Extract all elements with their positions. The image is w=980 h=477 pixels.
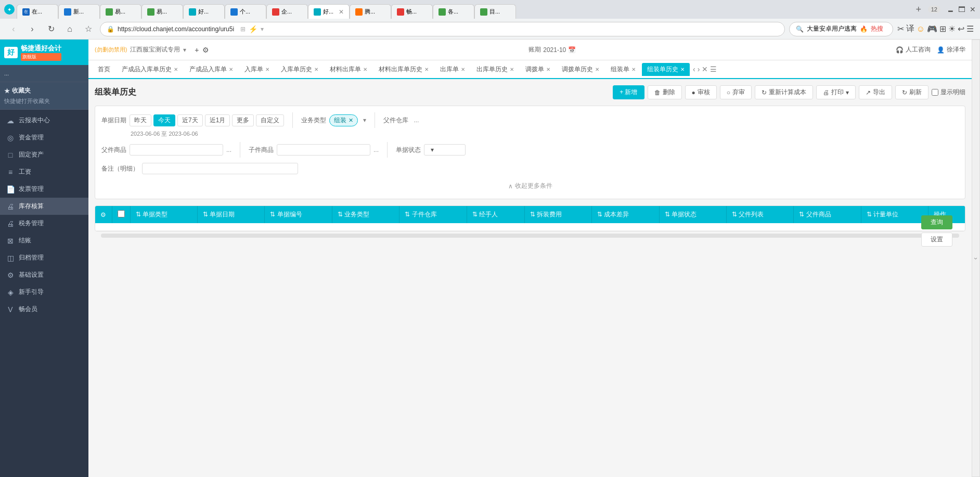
browser-tab-9[interactable]: 腾...	[350, 4, 391, 19]
nav-tab-7-close[interactable]: ✕	[461, 67, 465, 72]
table-col-bill-no[interactable]: ⇅ 单据编号	[265, 206, 332, 223]
table-col-parent-list[interactable]: ⇅ 父件列表	[726, 206, 793, 223]
reload-button[interactable]: ↻	[44, 22, 58, 36]
topbar-settings-icon[interactable]: ⚙	[202, 46, 209, 54]
address-bar[interactable]: 🔒 https://cloud.chanjet.com/accounting/u…	[100, 22, 785, 36]
tab-right-icon[interactable]: ›	[698, 65, 700, 73]
table-col-bill-date[interactable]: ⇅ 单据日期	[197, 206, 264, 223]
child-goods-more[interactable]: ...	[373, 146, 379, 153]
dropdown-icon[interactable]: ▾	[261, 25, 264, 33]
table-col-checkbox[interactable]	[112, 206, 130, 223]
table-col-unit[interactable]: ⇅ 计量单位	[861, 206, 928, 223]
nav-tab-4[interactable]: 入库单历史 ✕	[276, 63, 324, 76]
back-button[interactable]: ‹	[6, 22, 21, 36]
settings-filter-button[interactable]: 设置	[921, 233, 952, 247]
maximize-icon[interactable]: 🗖	[958, 5, 965, 14]
abandon-button[interactable]: ○ 弃审	[720, 85, 752, 99]
calendar-icon[interactable]: 📅	[568, 46, 576, 54]
nav-tab-2[interactable]: 产成品入库单 ✕	[184, 63, 238, 76]
sidebar-item-fixed-assets[interactable]: □ 固定资产	[0, 146, 88, 163]
filter-collapse-btn[interactable]: ∧ 收起更多条件	[504, 179, 557, 192]
theme-icon[interactable]: ☀	[948, 24, 956, 34]
scissors-icon[interactable]: ✂	[897, 24, 904, 34]
nav-tab-5[interactable]: 材料出库单 ✕	[325, 63, 372, 76]
right-collapse-panel[interactable]: ›	[972, 40, 980, 477]
delete-button[interactable]: 🗑 删除	[648, 85, 682, 99]
parent-goods-more[interactable]: ...	[226, 146, 231, 153]
refresh-button[interactable]: ↻ 刷新	[895, 85, 929, 99]
sidebar-item-inventory[interactable]: 🖨 库存核算	[0, 198, 88, 215]
tab-close-all-icon[interactable]: ✕	[702, 65, 708, 73]
export-button[interactable]: ↗ 导出	[859, 85, 892, 99]
sidebar-item-tax-mgmt[interactable]: 🖨 税务管理	[0, 215, 88, 232]
translate-icon[interactable]: 译	[906, 23, 914, 34]
filter-bill-status-select[interactable]: ▾	[424, 144, 466, 156]
nav-tab-9-close[interactable]: ✕	[546, 67, 550, 72]
browser-tab-3[interactable]: 易...	[100, 4, 141, 19]
browser-tab-11[interactable]: 各...	[433, 4, 474, 19]
display-toggle[interactable]: 显示明细	[932, 88, 965, 97]
browser-tab-10[interactable]: 畅...	[391, 4, 433, 19]
apps-icon[interactable]: ⊞	[939, 24, 946, 34]
table-col-settings[interactable]: ⚙	[95, 206, 112, 223]
nav-tab-8-close[interactable]: ✕	[510, 67, 514, 72]
nav-tab-6[interactable]: 材料出库单历史 ✕	[373, 63, 434, 76]
table-col-bill-status[interactable]: ⇅ 单据状态	[659, 206, 726, 223]
bottom-scrollbar[interactable]	[101, 234, 959, 238]
user-area[interactable]: 👤 徐泽华	[937, 45, 965, 54]
company-dropdown-icon[interactable]: ▾	[183, 46, 186, 54]
print-button[interactable]: 🖨 打印 ▾	[816, 85, 856, 99]
date-btn-custom[interactable]: 自定义	[256, 114, 284, 126]
sidebar-item-cloud-report[interactable]: ☁ 云报表中心	[0, 112, 88, 129]
nav-tab-3[interactable]: 入库单 ✕	[239, 63, 275, 76]
service-btn[interactable]: 🎧 人工咨询	[896, 45, 931, 54]
add-icon[interactable]: +	[195, 46, 199, 54]
date-btn-more[interactable]: 更多	[232, 114, 254, 126]
nav-tab-5-close[interactable]: ✕	[363, 67, 367, 72]
new-tab-button[interactable]: +	[911, 2, 926, 17]
undo-icon[interactable]: ↩	[958, 24, 964, 34]
sidebar-item-guide[interactable]: ◈ 新手引导	[0, 283, 88, 301]
browser-tab-5[interactable]: 好...	[183, 4, 225, 19]
nav-tab-9[interactable]: 调拨单 ✕	[520, 63, 556, 76]
bookmark-button[interactable]: ☆	[81, 22, 96, 36]
home-button[interactable]: ⌂	[62, 22, 77, 36]
sidebar-item-settlement[interactable]: ⊠ 结账	[0, 232, 88, 249]
menu-icon[interactable]: ☰	[966, 24, 974, 34]
nav-tab-11-close[interactable]: ✕	[631, 67, 636, 72]
nav-tab-10[interactable]: 调拨单历史 ✕	[557, 63, 604, 76]
nav-tab-3-close[interactable]: ✕	[265, 67, 269, 72]
browser-tab-7[interactable]: 企...	[266, 4, 308, 19]
sidebar-favorites[interactable]: ★ 收藏夹 快捷键打开收藏夹	[0, 82, 88, 110]
game-icon[interactable]: 🎮	[927, 24, 937, 34]
nav-tab-12[interactable]: 组装单历史 ✕	[642, 63, 690, 76]
table-col-child-warehouse[interactable]: ⇅ 子件仓库	[399, 206, 467, 223]
date-btn-yesterday[interactable]: 昨天	[130, 114, 151, 126]
parent-warehouse-more[interactable]: ...	[414, 117, 419, 124]
sidebar-item-membership[interactable]: V 畅会员	[0, 301, 88, 318]
recalc-button[interactable]: ↻ 重新计算成本	[755, 85, 813, 99]
browser-tab-4[interactable]: 易...	[141, 4, 183, 19]
filter-parent-goods-input[interactable]	[130, 144, 223, 156]
query-button[interactable]: 查询	[921, 215, 952, 229]
table-col-biz-type[interactable]: ⇅ 业务类型	[332, 206, 399, 223]
nav-tab-4-close[interactable]: ✕	[314, 67, 318, 72]
select-all-checkbox[interactable]	[118, 210, 125, 217]
smiley-icon[interactable]: ☺	[917, 24, 925, 34]
filter-remarks-input[interactable]	[142, 163, 298, 174]
filter-child-goods-input[interactable]	[277, 144, 370, 156]
nav-tab-home[interactable]: 首页	[93, 63, 115, 76]
nav-tab-10-close[interactable]: ✕	[595, 67, 599, 72]
browser-tab-6[interactable]: 个...	[225, 4, 266, 19]
sidebar-item-invoice-mgmt[interactable]: 📄 发票管理	[0, 181, 88, 198]
tab-left-icon[interactable]: ‹	[693, 65, 695, 73]
browser-tab-8[interactable]: 好... ✕	[308, 4, 350, 19]
nav-tab-12-close[interactable]: ✕	[680, 67, 685, 72]
table-col-parent-goods[interactable]: ⇅ 父件商品	[794, 206, 861, 223]
sidebar-item-basic-settings[interactable]: ⚙ 基础设置	[0, 266, 88, 283]
browser-tab-12[interactable]: 目...	[474, 4, 516, 19]
new-button[interactable]: + 新增	[613, 85, 644, 99]
forward-button[interactable]: ›	[25, 22, 40, 36]
nav-tab-11[interactable]: 组装单 ✕	[605, 63, 641, 76]
search-bar[interactable]: 🔍 大量安卓用户逃离 🔥 热搜	[789, 22, 893, 36]
